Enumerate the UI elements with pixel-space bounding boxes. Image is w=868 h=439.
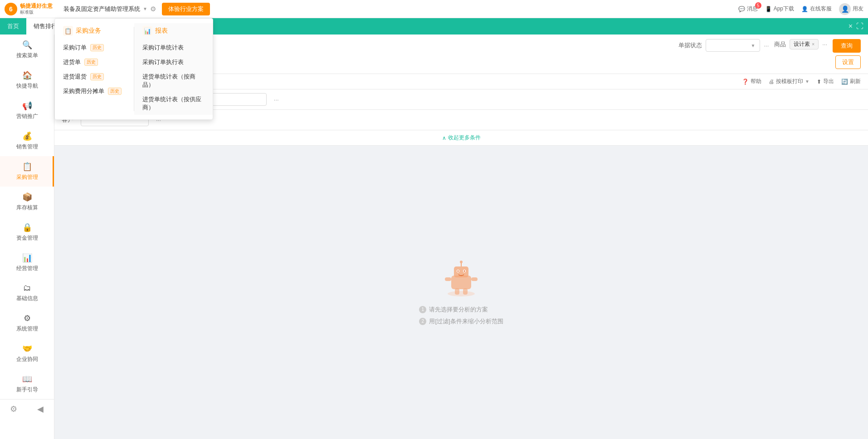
purchase-col-icon: 📋 bbox=[63, 26, 73, 36]
doc-status-arrow: ▼ bbox=[751, 43, 756, 48]
system-title[interactable]: 装备及固定资产辅助管理系统 ▼ bbox=[63, 5, 147, 13]
dropdown-item-order-exec[interactable]: 采购订单执行表 bbox=[139, 55, 209, 69]
collapse-row: ∧ 收起更多条件 bbox=[54, 130, 868, 146]
system-title-arrow: ▼ bbox=[143, 6, 147, 11]
collapse-icon: ∧ bbox=[442, 135, 446, 141]
dropdown-item-purchase-order[interactable]: 采购订单 历史 bbox=[59, 40, 129, 55]
home-icon: 🏠 bbox=[22, 70, 32, 80]
svg-rect-9 bbox=[455, 288, 459, 295]
industry-button[interactable]: 体验行业方案 bbox=[162, 3, 210, 15]
sidebar-item-search[interactable]: 🔍 搜索菜单 bbox=[0, 35, 54, 65]
operation-icon: 📊 bbox=[22, 253, 32, 263]
salesperson-more[interactable]: ··· bbox=[274, 96, 279, 103]
empty-text: 1 请先选择要分析的方案 2 用[过滤]条件来缩小分析范围 bbox=[419, 304, 503, 327]
message-badge: 5 bbox=[755, 2, 761, 9]
doc-status-more[interactable]: ··· bbox=[764, 42, 769, 49]
svg-point-6 bbox=[464, 271, 465, 272]
dropdown-col-purchase: 📋 采购业务 采购订单 历史 进货单 历史 进货退货 历史 采购费用分摊单 bbox=[55, 23, 134, 115]
dropdown-col2-title: 📊 报表 bbox=[139, 23, 209, 40]
message-icon: 💬 bbox=[738, 6, 745, 12]
dropdown-item-order-stat[interactable]: 采购订单统计表 bbox=[139, 40, 209, 55]
goods-more[interactable]: ··· bbox=[822, 41, 827, 48]
print-button[interactable]: 🖨 按模板打印 ▼ bbox=[769, 78, 809, 85]
logo-area: 6 畅捷通好生意 标准版 bbox=[5, 3, 59, 15]
dropdown-item-incoming-goods[interactable]: 进货单统计表（按商品） bbox=[139, 69, 209, 92]
empty-illustration bbox=[439, 257, 484, 298]
sidebar-settings-button[interactable]: ⚙ bbox=[0, 402, 27, 416]
collapse-button[interactable]: ∧ 收起更多条件 bbox=[442, 134, 481, 142]
dropdown-item-incoming[interactable]: 进货单 历史 bbox=[59, 55, 129, 69]
newbie-icon: 📖 bbox=[22, 374, 32, 384]
export-button[interactable]: ⬆ 导出 bbox=[817, 78, 834, 85]
finance-icon: 🔒 bbox=[22, 222, 32, 232]
goods-tag-close[interactable]: × bbox=[812, 42, 814, 47]
dropdown-item-return[interactable]: 进货退货 历史 bbox=[59, 69, 129, 84]
tab-home[interactable]: 首页 bbox=[0, 18, 26, 35]
sidebar: 🔍 搜索菜单 🏠 快捷导航 📢 营销推广 💰 销售管理 📋 采购管理 📦 库存核… bbox=[0, 35, 54, 439]
inventory-icon: 📦 bbox=[22, 192, 32, 202]
close-window-icon[interactable]: × bbox=[848, 22, 853, 30]
search-icon: 🔍 bbox=[22, 40, 32, 50]
sidebar-item-marketing[interactable]: 📢 营销推广 bbox=[0, 95, 54, 126]
marketing-icon: 📢 bbox=[22, 101, 32, 111]
filter-doc-status: 单据状态 ▼ ··· bbox=[678, 39, 769, 52]
headset-icon: 👤 bbox=[801, 6, 808, 12]
set-button[interactable]: 设置 bbox=[835, 55, 861, 69]
history-badge: 历史 bbox=[90, 73, 104, 80]
dropdown-col1-title: 📋 采购业务 bbox=[59, 23, 129, 40]
print-arrow: ▼ bbox=[805, 79, 809, 84]
settings-icon[interactable]: ⚙ bbox=[147, 3, 159, 15]
sidebar-footer: ⚙ ◀ bbox=[0, 399, 54, 419]
export-icon: ⬆ bbox=[817, 79, 821, 85]
sidebar-item-sales[interactable]: 💰 销售管理 bbox=[0, 126, 54, 156]
history-badge: 历史 bbox=[108, 88, 122, 95]
top-header: 6 畅捷通好生意 标准版 装备及固定资产辅助管理系统 ▼ ⚙ 体验行业方案 💬 … bbox=[0, 0, 868, 18]
header-right: 💬 消息 5 📱 App下载 👤 在线客服 👤 用友 bbox=[738, 3, 863, 15]
help-icon: ❓ bbox=[742, 79, 749, 85]
refresh-button[interactable]: 🔄 刷新 bbox=[841, 78, 861, 85]
dropdown-item-expense[interactable]: 采购费用分摊单 历史 bbox=[59, 84, 129, 99]
print-icon: 🖨 bbox=[769, 79, 774, 85]
toolbar-action-btns: 查询 设置 bbox=[833, 39, 861, 69]
svg-point-0 bbox=[448, 291, 475, 296]
svg-point-12 bbox=[460, 261, 463, 263]
app-download-item[interactable]: 📱 App下载 bbox=[765, 5, 794, 13]
svg-rect-10 bbox=[463, 288, 468, 295]
sidebar-item-inventory[interactable]: 📦 库存核算 bbox=[0, 187, 54, 217]
svg-rect-8 bbox=[471, 277, 478, 281]
sidebar-item-enterprise[interactable]: 🤝 企业协同 bbox=[0, 338, 54, 369]
sidebar-item-finance[interactable]: 🔒 资金管理 bbox=[0, 217, 54, 247]
main-layout: 🔍 搜索菜单 🏠 快捷导航 📢 营销推广 💰 销售管理 📋 采购管理 📦 库存核… bbox=[0, 35, 868, 439]
doc-status-select[interactable]: ▼ bbox=[706, 39, 760, 52]
history-badge: 历史 bbox=[90, 44, 104, 51]
sidebar-item-baseinfo[interactable]: 🗂 基础信息 bbox=[0, 278, 54, 308]
online-service-item[interactable]: 👤 在线客服 bbox=[801, 5, 832, 13]
refresh-icon: 🔄 bbox=[841, 79, 848, 85]
help-button[interactable]: ❓ 帮助 bbox=[742, 78, 761, 85]
user-item[interactable]: 👤 用友 bbox=[839, 3, 863, 15]
enterprise-icon: 🤝 bbox=[22, 344, 32, 354]
svg-rect-7 bbox=[445, 277, 451, 281]
sidebar-item-system[interactable]: ⚙ 系统管理 bbox=[0, 308, 54, 338]
logo-name: 畅捷通好生意 bbox=[20, 3, 53, 9]
message-item[interactable]: 💬 消息 5 bbox=[738, 5, 758, 13]
dropdown-menu: 📋 采购业务 采购订单 历史 进货单 历史 进货退货 历史 采购费用分摊单 bbox=[54, 18, 213, 120]
query-button[interactable]: 查询 bbox=[833, 39, 861, 53]
sidebar-item-purchase[interactable]: 📋 采购管理 bbox=[0, 156, 54, 187]
svg-rect-1 bbox=[451, 276, 471, 289]
sidebar-item-newbie[interactable]: 📖 新手引导 bbox=[0, 369, 54, 399]
sidebar-item-operation[interactable]: 📊 经营管理 bbox=[0, 247, 54, 278]
empty-state: 1 请先选择要分析的方案 2 用[过滤]条件来缩小分析范围 bbox=[54, 146, 868, 439]
sidebar-item-quicknav[interactable]: 🏠 快捷导航 bbox=[0, 65, 54, 95]
svg-point-5 bbox=[458, 271, 459, 272]
logo-edition: 标准版 bbox=[20, 10, 53, 15]
baseinfo-icon: 🗂 bbox=[23, 283, 31, 293]
sidebar-collapse-button[interactable]: ◀ bbox=[27, 402, 54, 416]
filter-goods: 商品 设计素 × ··· bbox=[774, 39, 827, 49]
dropdown-col-report: 📊 报表 采购订单统计表 采购订单执行表 进货单统计表（按商品） 进货单统计表（… bbox=[134, 23, 213, 115]
report-col-icon: 📊 bbox=[142, 26, 152, 36]
sales-icon: 💰 bbox=[22, 131, 32, 141]
fullscreen-icon[interactable]: ⛶ bbox=[856, 22, 863, 30]
dropdown-item-incoming-supplier[interactable]: 进货单统计表（按供应商） bbox=[139, 92, 209, 115]
tab-bar-right: × ⛶ bbox=[848, 22, 868, 30]
